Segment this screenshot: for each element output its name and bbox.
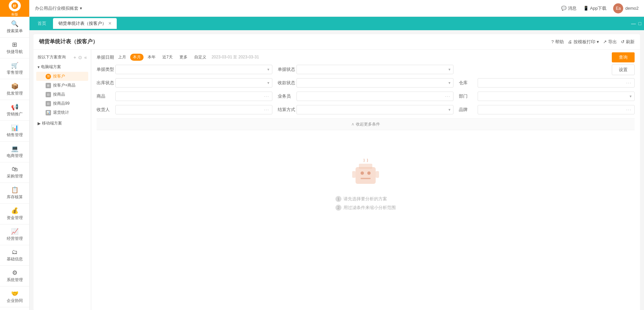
- sidebar: 好 标版 🔍 搜索菜单 ⊞ 快捷导航 🛒 零售管理 📦 批发管理: [0, 0, 30, 310]
- collapse-bar[interactable]: ∧ 收起更多条件: [97, 118, 635, 130]
- svg-rect-7: [352, 171, 356, 178]
- print-button[interactable]: 🖨 按模板打印 ▾: [568, 39, 599, 45]
- order-status-select[interactable]: ▾: [297, 65, 453, 74]
- export-label: 导出: [608, 39, 617, 45]
- goods-label: 商品: [97, 93, 115, 99]
- computer-icon: 💻: [1, 145, 28, 152]
- shopping-icon: 🛍: [1, 166, 28, 173]
- tab-home[interactable]: 首页: [32, 18, 52, 29]
- content-layout: 按以下方案查询 + ⊙ « ▾ 电脑端方案: [34, 50, 640, 310]
- megaphone-icon: 📢: [1, 103, 28, 111]
- message-button[interactable]: 💬 消息: [561, 5, 577, 11]
- tab-active-label: 销货单统计表（按客户）: [58, 20, 106, 27]
- sidebar-item-quicknav[interactable]: ⊞ 快捷导航: [0, 38, 29, 58]
- app-download-button[interactable]: 📱 App下载: [583, 5, 606, 11]
- money-icon: 💰: [1, 207, 28, 214]
- sidebar-item-finance[interactable]: 💰 资金管理: [0, 204, 29, 224]
- settlement-label: 结算方式: [278, 107, 297, 113]
- sidebar-item-guide[interactable]: 🎯 新手引导: [0, 307, 29, 310]
- minimize-icon[interactable]: —: [631, 21, 636, 26]
- export-button[interactable]: ↗ 导出: [603, 39, 617, 45]
- date-filter-label: 单据日期: [97, 54, 115, 60]
- date-tab-thisyear[interactable]: 本年: [145, 54, 158, 61]
- scheme-item-goods99[interactable]: ⊟ 按商品99: [36, 99, 88, 108]
- help-button[interactable]: ? 帮助: [551, 39, 564, 45]
- department-select[interactable]: ▾: [478, 92, 635, 101]
- print-icon: 🖨: [568, 39, 572, 44]
- settings-button[interactable]: 设置: [612, 64, 635, 75]
- maximize-icon[interactable]: □: [639, 21, 641, 26]
- brand-label: 品牌: [459, 107, 478, 113]
- scheme-item-customer[interactable]: 按 按客户: [36, 72, 88, 81]
- svg-rect-6: [361, 178, 371, 179]
- date-tab-lastmonth[interactable]: 上月: [115, 54, 129, 61]
- goods-select[interactable]: ···: [115, 92, 272, 101]
- message-icon: 💬: [561, 6, 567, 11]
- return-scheme-icon: 📊: [46, 110, 51, 115]
- receiver-label: 收货人: [97, 107, 115, 113]
- sidebar-item-ecommerce[interactable]: 💻 电商管理: [0, 142, 29, 162]
- date-tab-custom[interactable]: 自定义: [192, 54, 209, 61]
- query-button[interactable]: 查询: [612, 52, 635, 62]
- warehouse-select[interactable]: ···: [478, 78, 635, 88]
- date-tab-more[interactable]: 更多: [177, 54, 190, 61]
- left-panel: 按以下方案查询 + ⊙ « ▾ 电脑端方案: [34, 50, 91, 310]
- scheme-item-customer-goods[interactable]: ⊞ 按客户+商品: [36, 81, 88, 90]
- sidebar-item-operations[interactable]: 📈 经营管理: [0, 224, 29, 245]
- svg-text:好: 好: [12, 4, 16, 8]
- sidebar-item-retail[interactable]: 🛒 零售管理: [0, 58, 29, 79]
- order-type-select[interactable]: ▾: [115, 65, 272, 74]
- scheme-group-desktop-header[interactable]: ▾ 电脑端方案: [36, 62, 88, 72]
- query-actions: 查询 设置: [612, 52, 635, 75]
- sidebar-item-sales[interactable]: 📊 销售管理: [0, 121, 29, 142]
- sidebar-item-purchase[interactable]: 🛍 采购管理: [0, 162, 29, 183]
- salesperson-label: 业务员: [278, 93, 297, 99]
- receive-status-select[interactable]: ▾: [297, 78, 453, 88]
- tab-actions: — □: [631, 21, 641, 26]
- user-area[interactable]: Ea demo2: [613, 3, 639, 13]
- filter-section: 单据日期 上月 本月 本年 近7天 更多 自定义 2023-03-01 至 20…: [91, 50, 640, 130]
- scheme-group-mobile-header[interactable]: ▶ 移动端方案: [36, 118, 88, 128]
- download-icon: 📱: [583, 6, 589, 11]
- sidebar-item-inventory[interactable]: 📋 库存核算: [0, 183, 29, 204]
- help-icon: ?: [551, 39, 554, 44]
- order-type-label: 单据类型: [97, 66, 115, 72]
- warehouse-dots: ···: [626, 81, 632, 85]
- brand-select[interactable]: ···: [478, 105, 635, 114]
- collapse-up-icon: ∧: [351, 122, 356, 126]
- sidebar-item-system[interactable]: ⚙ 系统管理: [0, 266, 29, 287]
- sidebar-item-search[interactable]: 🔍 搜索菜单: [0, 17, 29, 38]
- order-status-label: 单据状态: [278, 66, 297, 72]
- clipboard-icon: 📋: [1, 186, 28, 194]
- sidebar-item-collaboration[interactable]: 🤝 企业协同: [0, 287, 29, 307]
- out-status-select[interactable]: ▾: [115, 78, 272, 88]
- box-icon: 📦: [1, 83, 28, 90]
- sidebar-item-wholesale[interactable]: 📦 批发管理: [0, 79, 29, 100]
- date-tab-7days[interactable]: 近7天: [160, 54, 175, 61]
- settlement-select[interactable]: ▾: [297, 105, 453, 114]
- tab-close-icon[interactable]: ×: [108, 21, 111, 26]
- settings-scheme-icon[interactable]: ⊙: [78, 55, 82, 60]
- receiver-dots: ···: [264, 107, 269, 112]
- username: demo2: [625, 6, 639, 11]
- salesperson-select[interactable]: ···: [297, 92, 453, 101]
- refresh-button[interactable]: ↺ 刷新: [621, 39, 635, 45]
- industry-selector[interactable]: 办公用品行业模拟账套 ▾: [35, 5, 82, 11]
- collapse-panel-icon[interactable]: «: [84, 55, 87, 60]
- scheme-item-label: 按商品: [53, 92, 65, 97]
- scheme-item-return[interactable]: 📊 退货统计: [36, 108, 88, 117]
- out-status-label: 出库状态: [97, 80, 115, 86]
- scheme-item-goods[interactable]: ⊟ 按商品: [36, 90, 88, 99]
- receiver-select[interactable]: ···: [115, 105, 272, 114]
- filter-date-row: 单据日期 上月 本月 本年 近7天 更多 自定义 2023-03-01 至 20…: [97, 54, 635, 61]
- salesperson-dots: ···: [445, 94, 450, 99]
- receive-status-label: 收款状态: [278, 80, 297, 86]
- sidebar-item-marketing[interactable]: 📢 营销推广: [0, 100, 29, 121]
- add-scheme-icon[interactable]: +: [73, 55, 76, 60]
- date-tab-thismonth[interactable]: 本月: [130, 54, 144, 61]
- svg-rect-8: [376, 171, 379, 178]
- tab-active[interactable]: 销货单统计表（按客户） ×: [53, 18, 117, 29]
- tab-bar: 首页 销货单统计表（按客户） × — □: [30, 17, 644, 30]
- order-type-arrow: ▾: [267, 67, 269, 72]
- sidebar-item-basic[interactable]: 🗂 基础信息: [0, 245, 29, 266]
